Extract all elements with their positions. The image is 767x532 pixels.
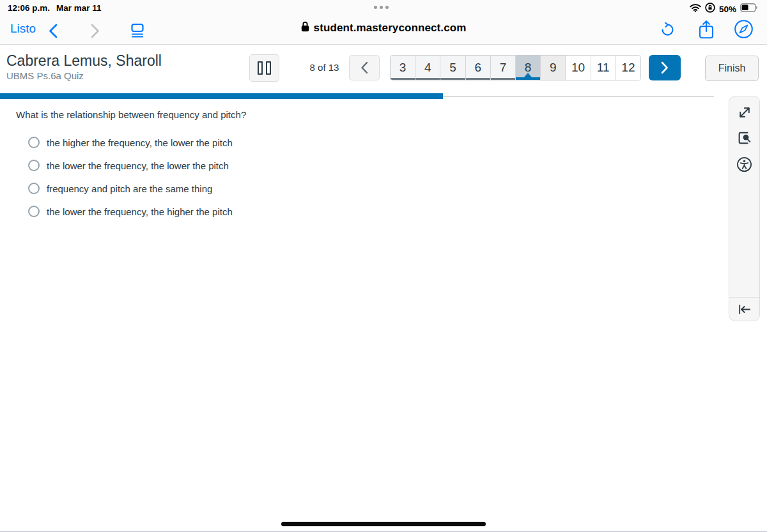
answer-option-3[interactable]: frequency and pitch are the same thing (28, 183, 233, 194)
radio-button[interactable] (28, 160, 40, 171)
battery-icon (740, 3, 758, 15)
battery-percent: 50% (719, 4, 736, 14)
answer-option-label: the lower the frequency, the lower the p… (47, 160, 229, 171)
screen: 12:06 p.m. Mar mar 11 50% (0, 0, 767, 532)
previous-question-button[interactable] (349, 55, 380, 80)
tools-sidebar (729, 96, 760, 321)
finish-button[interactable]: Finish (705, 56, 759, 81)
reload-icon[interactable] (661, 22, 674, 40)
status-bar: 12:06 p.m. Mar mar 11 50% (0, 0, 767, 17)
wifi-icon (690, 3, 701, 15)
multitasking-dots-icon[interactable] (374, 6, 389, 9)
question-tab-3[interactable]: 3 (391, 56, 415, 80)
question-tab-4[interactable]: 4 (415, 56, 440, 80)
answer-option-label: the higher the frequency, the lower the … (47, 137, 233, 148)
radio-button[interactable] (28, 206, 40, 217)
question-tab-5[interactable]: 5 (440, 56, 465, 80)
address-bar[interactable]: student.masteryconnect.com (0, 21, 767, 34)
collapse-sidebar-button[interactable] (729, 298, 759, 321)
pause-icon (258, 61, 271, 75)
rotation-lock-icon (705, 3, 715, 15)
expand-button[interactable] (729, 99, 759, 125)
answer-option-label: the lower the frequency, the higher the … (47, 206, 233, 217)
question-text: What is the relationship between frequen… (16, 109, 246, 120)
pause-button[interactable] (249, 54, 279, 82)
quiz-progress-bar (0, 93, 714, 99)
current-caret-icon (524, 73, 532, 77)
question-tab-12[interactable]: 12 (616, 56, 640, 80)
chevron-right-icon (661, 61, 669, 74)
question-tab-9[interactable]: 9 (540, 56, 565, 80)
document-magnifier-icon (737, 131, 752, 146)
home-indicator[interactable] (281, 522, 486, 526)
student-name: Cabrera Lemus, Sharoll (6, 52, 162, 70)
question-tab-7[interactable]: 7 (490, 56, 515, 80)
answer-options: the higher the frequency, the lower the … (28, 137, 233, 217)
collapse-left-icon (738, 304, 751, 315)
chevron-left-icon (360, 61, 368, 74)
answer-option-1[interactable]: the higher the frequency, the lower the … (28, 137, 233, 148)
question-pagination: 3 4 5 6 7 8 9 10 11 12 (390, 55, 641, 80)
progress-fill (0, 93, 443, 99)
radio-button[interactable] (28, 183, 40, 194)
share-icon[interactable] (699, 20, 714, 42)
status-date: Mar mar 11 (56, 3, 102, 13)
expand-icon (738, 105, 752, 119)
quiz-header: Cabrera Lemus, Sharoll UBMS Ps.6a Quiz 8… (0, 45, 767, 93)
question-tab-8-current[interactable]: 8 (515, 56, 540, 80)
compass-icon[interactable] (734, 19, 754, 42)
preview-search-button[interactable] (729, 125, 759, 151)
answer-option-2[interactable]: the lower the frequency, the lower the p… (28, 160, 233, 171)
answer-option-4[interactable]: the lower the frequency, the higher the … (28, 206, 233, 217)
quiz-title: UBMS Ps.6a Quiz (6, 70, 84, 81)
browser-toolbar: Listo student.mast (0, 17, 767, 45)
question-tab-6[interactable]: 6 (465, 56, 490, 80)
question-tab-11[interactable]: 11 (591, 56, 616, 80)
question-tab-10[interactable]: 10 (565, 56, 590, 80)
question-count: 8 of 13 (300, 62, 348, 73)
status-right-cluster: 50% (690, 3, 758, 15)
accessibility-button[interactable] (729, 151, 759, 178)
next-question-button[interactable] (649, 55, 681, 80)
radio-button[interactable] (28, 137, 40, 148)
accessibility-icon (736, 156, 752, 172)
url-text: student.masteryconnect.com (314, 22, 467, 34)
answer-option-label: frequency and pitch are the same thing (47, 183, 212, 194)
status-time: 12:06 p.m. (8, 3, 50, 13)
lock-icon (301, 21, 309, 34)
